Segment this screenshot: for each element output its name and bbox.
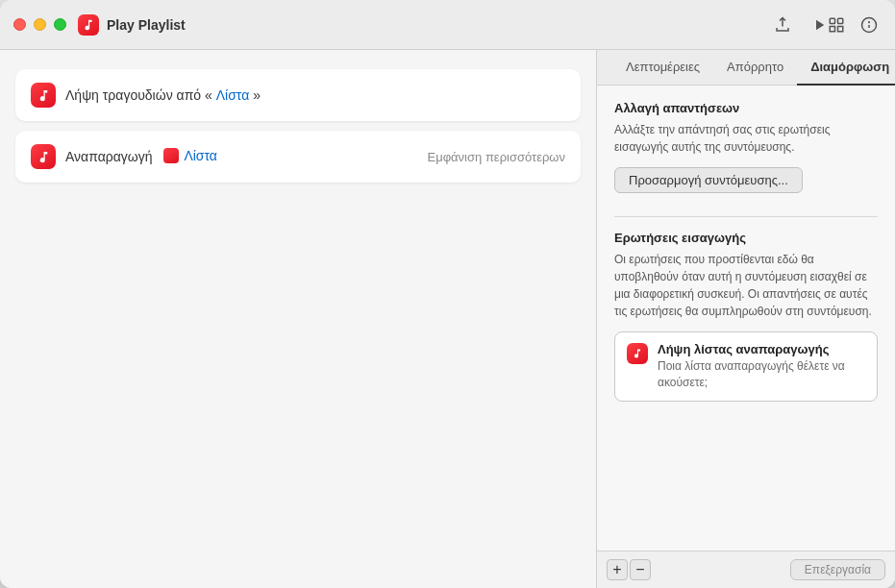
get-songs-link[interactable]: Λίστα bbox=[216, 87, 250, 103]
remove-question-button[interactable]: − bbox=[630, 559, 651, 580]
app-icon bbox=[78, 14, 99, 36]
question-list: Λήψη λίστας αναπαραγωγής Ποια λίστα αναπ… bbox=[614, 331, 878, 402]
playback-label: Αναπαραγωγή bbox=[65, 149, 153, 164]
window-title: Play Playlist bbox=[107, 17, 774, 33]
change-answers-desc: Αλλάξτε την απάντησή σας στις ερωτήσεις … bbox=[614, 121, 878, 156]
question-title: Λήψη λίστας αναπαραγωγής bbox=[658, 342, 865, 356]
question-item-0[interactable]: Λήψη λίστας αναπαραγωγής Ποια λίστα αναπ… bbox=[615, 332, 877, 401]
input-questions-title: Ερωτήσεις εισαγωγής bbox=[614, 231, 878, 245]
change-answers-title: Αλλαγή απαντήσεων bbox=[614, 101, 878, 115]
main-window: Play Playlist bbox=[0, 0, 895, 588]
right-panel: Λεπτομέρειες Απόρρητο Διαμόρφωση Αλλαγή … bbox=[597, 50, 895, 588]
titlebar: Play Playlist bbox=[0, 0, 895, 50]
play-button[interactable] bbox=[810, 16, 828, 34]
get-songs-before: Λήψη τραγουδιών από « bbox=[65, 87, 212, 103]
share-button[interactable] bbox=[774, 16, 791, 34]
svg-rect-0 bbox=[830, 18, 834, 23]
right-panel-content: Αλλαγή απαντήσεων Αλλάξτε την απάντησή σ… bbox=[597, 86, 895, 551]
library-icon[interactable] bbox=[828, 16, 845, 34]
section-separator bbox=[614, 216, 878, 217]
get-songs-row[interactable]: Λήψη τραγουδιών από « Λίστα » bbox=[15, 69, 581, 121]
playback-icon bbox=[31, 144, 56, 169]
playback-link[interactable]: Λίστα bbox=[163, 148, 217, 166]
customize-button[interactable]: Προσαρμογή συντόμευσης... bbox=[614, 167, 803, 193]
input-questions-desc: Οι ερωτήσεις που προστίθενται εδώ θα υπο… bbox=[614, 251, 878, 320]
question-text-wrapper: Λήψη λίστας αναπαραγωγής Ποια λίστα αναπ… bbox=[658, 342, 865, 391]
tab-configure[interactable]: Διαμόρφωση bbox=[797, 50, 895, 86]
minimize-button[interactable] bbox=[34, 18, 46, 31]
maximize-button[interactable] bbox=[54, 18, 66, 31]
close-button[interactable] bbox=[13, 18, 26, 31]
main-content: Λήψη τραγουδιών από « Λίστα » Αναπαραγωγ… bbox=[0, 50, 895, 588]
info-icon[interactable] bbox=[860, 16, 878, 34]
tab-privacy[interactable]: Απόρρητο bbox=[713, 50, 797, 86]
traffic-lights bbox=[13, 18, 66, 31]
edit-button[interactable]: Επεξεργασία bbox=[790, 559, 885, 580]
titlebar-actions bbox=[774, 16, 828, 34]
bottom-toolbar: + − Επεξεργασία bbox=[597, 551, 895, 588]
question-subtitle: Ποια λίστα αναπαραγωγής θέλετε να ακούσε… bbox=[658, 358, 865, 391]
tabs-bar: Λεπτομέρειες Απόρρητο Διαμόρφωση bbox=[597, 50, 895, 86]
playback-row[interactable]: Αναπαραγωγή Λίστα Εμφάνιση περισσότερων bbox=[15, 131, 581, 183]
question-music-icon bbox=[627, 343, 648, 364]
right-panel-icons bbox=[828, 16, 878, 34]
playback-text: Αναπαραγωγή Λίστα bbox=[65, 148, 217, 166]
get-songs-icon bbox=[31, 83, 56, 108]
tab-details[interactable]: Λεπτομέρειες bbox=[612, 50, 713, 86]
show-more-text: Εμφάνιση περισσότερων bbox=[428, 150, 565, 164]
add-question-button[interactable]: + bbox=[607, 559, 628, 580]
svg-rect-1 bbox=[838, 18, 843, 23]
get-songs-text: Λήψη τραγουδιών από « Λίστα » bbox=[65, 87, 261, 103]
left-panel: Λήψη τραγουδιών από « Λίστα » Αναπαραγωγ… bbox=[0, 50, 597, 588]
get-songs-after: » bbox=[253, 87, 261, 103]
